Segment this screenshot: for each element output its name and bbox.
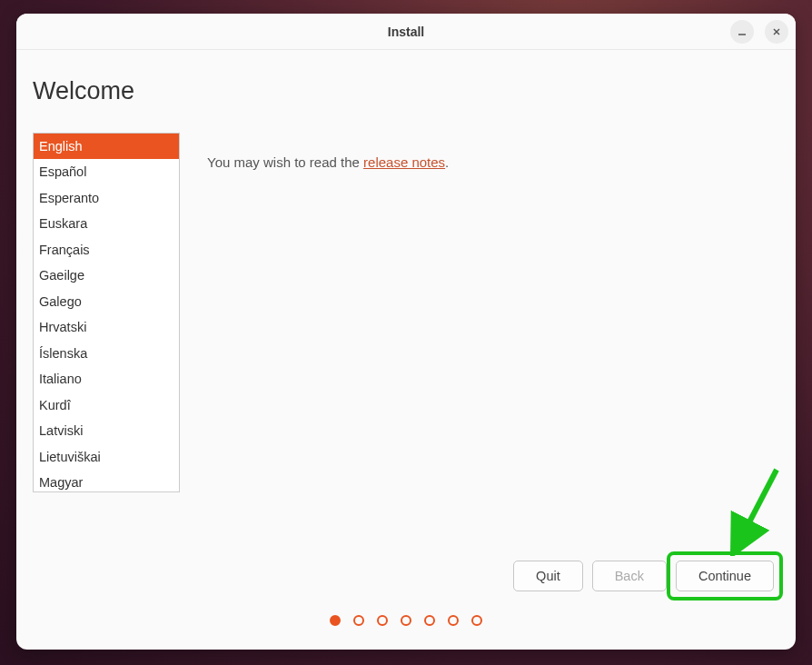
language-item[interactable]: Hrvatski <box>34 314 179 340</box>
progress-dot <box>448 615 459 626</box>
window-title: Install <box>388 25 424 39</box>
language-item[interactable]: Italiano <box>34 366 179 392</box>
window-controls <box>730 20 788 44</box>
titlebar: Install <box>16 14 796 50</box>
language-item[interactable]: Español <box>34 159 179 184</box>
progress-dot <box>377 615 388 626</box>
continue-button[interactable]: Continue <box>676 561 774 591</box>
minimize-icon <box>737 26 748 37</box>
progress-dot <box>471 615 482 626</box>
progress-dots <box>33 591 779 637</box>
release-notes-link[interactable]: release notes <box>363 154 445 170</box>
progress-dot <box>330 615 341 626</box>
installer-window: Install Welcome EnglishEspañolEsperantoE… <box>16 14 796 650</box>
language-item[interactable]: Euskara <box>34 211 179 236</box>
button-row: Quit Back Continue <box>33 561 779 591</box>
minimize-button[interactable] <box>730 20 754 44</box>
progress-dot <box>401 615 411 626</box>
language-item[interactable]: Français <box>34 237 179 263</box>
language-list[interactable]: EnglishEspañolEsperantoEuskaraFrançaisGa… <box>33 133 180 492</box>
quit-button[interactable]: Quit <box>513 561 583 591</box>
close-icon <box>771 26 782 37</box>
content-area: Welcome EnglishEspañolEsperantoEuskaraFr… <box>16 50 796 650</box>
info-suffix: . <box>445 154 449 170</box>
progress-dot <box>424 615 435 626</box>
main-row: EnglishEspañolEsperantoEuskaraFrançaisGa… <box>33 133 779 561</box>
language-item[interactable]: Gaeilge <box>34 263 179 288</box>
back-button[interactable]: Back <box>592 561 667 591</box>
language-item[interactable]: Kurdî <box>34 392 179 418</box>
info-prefix: You may wish to read the <box>207 154 363 170</box>
language-item[interactable]: Latviski <box>34 418 179 443</box>
language-item[interactable]: Magyar <box>34 470 179 492</box>
language-item[interactable]: English <box>34 134 179 159</box>
language-item[interactable]: Esperanto <box>34 185 179 211</box>
language-item[interactable]: Lietuviškai <box>34 444 179 470</box>
page-title: Welcome <box>33 77 779 105</box>
language-item[interactable]: Galego <box>34 289 179 314</box>
language-item[interactable]: Íslenska <box>34 341 179 366</box>
progress-dot <box>353 615 364 626</box>
info-text: You may wish to read the release notes. <box>207 133 449 561</box>
close-button[interactable] <box>765 20 788 44</box>
